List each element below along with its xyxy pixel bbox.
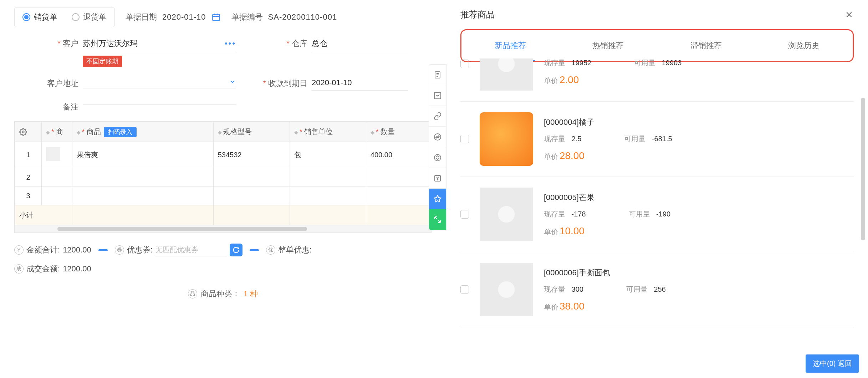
coupon-input[interactable]: 无匹配优惠券 [155, 244, 227, 256]
doc-date-field: 单据日期 2020-01-10 [126, 12, 221, 22]
price-value: 10.00 [560, 225, 584, 236]
cell-spec[interactable]: 534532 [213, 142, 290, 168]
product-name: [0000005]芒果 [544, 192, 854, 203]
tab-new-recommend[interactable]: 新品推荐 [461, 30, 559, 61]
col-product[interactable]: ◆* 商品扫码录入 [72, 122, 213, 142]
due-date-input[interactable]: 2020-01-10 [312, 76, 408, 91]
row-index: 1 [15, 142, 42, 168]
sort-icon: ◆ [371, 131, 374, 134]
due-date-label: 收款到期日 [257, 76, 307, 89]
coupon-field: 券 优惠券: 无匹配优惠券 [115, 244, 242, 256]
order-discount: 优 整单优惠: [266, 245, 312, 255]
tab-return-label: 退货单 [83, 12, 107, 22]
sort-icon: ◆ [218, 131, 222, 134]
warehouse-value: 总仓 [312, 38, 327, 49]
col-unit[interactable]: ◆* 销售单位 [290, 122, 366, 142]
avail-value: 19903 [662, 59, 682, 67]
deal-value: 1200.00 [63, 264, 91, 274]
gear-column-header[interactable] [15, 122, 42, 142]
account-period-badge: 不固定账期 [83, 56, 122, 67]
link-icon[interactable] [429, 106, 446, 127]
product-list[interactable]: 250ml 现存量 19952 可用量 19903 单价 2.00 [00000… [446, 58, 868, 349]
tab-hot-recommend[interactable]: 热销推荐 [559, 30, 657, 61]
yen-icon: ¥ [14, 245, 24, 255]
svg-point-8 [498, 206, 515, 223]
sort-icon: ◆ [294, 131, 298, 134]
customer-input[interactable]: 苏州万达沃尔玛 ••• [83, 36, 236, 52]
vertical-scrollbar[interactable] [861, 98, 865, 240]
table-row[interactable]: 1 果倍爽 534532 包 400.00 [15, 142, 432, 168]
tab-slow-recommend[interactable]: 滞销推荐 [657, 30, 755, 61]
product-name: [0000006]手撕面包 [544, 267, 854, 278]
col-image[interactable]: ◆* 商 [41, 122, 72, 142]
sort-icon: ◆ [77, 131, 81, 134]
chart-icon[interactable] [429, 85, 446, 106]
deal-icon: 成 [14, 264, 24, 274]
receipt-icon[interactable] [429, 147, 446, 168]
table-row[interactable]: 3 [15, 187, 432, 205]
stock-value: 300 [572, 285, 583, 293]
star-icon[interactable] [429, 189, 446, 209]
kind-icon: 品 [188, 289, 197, 298]
stock-value: 2.5 [572, 135, 582, 143]
gear-icon [19, 128, 37, 136]
chevron-down-icon[interactable] [229, 78, 236, 85]
cell-qty[interactable]: 400.00 [366, 142, 432, 168]
recommend-tabs: 新品推荐 热销推荐 滞销推荐 浏览历史 [460, 29, 854, 62]
tab-sales-label: 销货单 [34, 12, 57, 22]
note-icon[interactable] [429, 65, 446, 85]
refresh-button[interactable] [230, 244, 242, 256]
tab-sales-order[interactable]: 销货单 [22, 12, 57, 22]
svg-point-5 [434, 154, 441, 161]
product-checkbox[interactable] [460, 135, 469, 143]
price-value: 28.00 [560, 150, 584, 161]
tab-return-order[interactable]: 退货单 [72, 12, 107, 22]
cell-unit[interactable]: 包 [290, 142, 366, 168]
product-checkbox[interactable] [460, 210, 469, 219]
swap-icon[interactable] [429, 127, 446, 147]
product-checkbox[interactable] [460, 285, 469, 294]
product-item: 250ml 现存量 19952 可用量 19903 单价 2.00 [460, 58, 854, 102]
side-tool-strip [429, 64, 446, 230]
product-checkbox[interactable] [460, 60, 469, 68]
doc-no-field: 单据编号 SA-20200110-001 [231, 12, 337, 22]
price-value: 2.00 [560, 74, 579, 85]
product-image [480, 58, 533, 91]
items-table: ◆* 商 ◆* 商品扫码录入 ◆规格型号 ◆* 销售单位 ◆* 数量 1 果倍爽… [14, 121, 432, 233]
address-input[interactable] [83, 76, 236, 88]
avail-value: -190 [656, 210, 670, 218]
coupon-icon: 券 [115, 245, 124, 255]
cell-product[interactable]: 果倍爽 [72, 142, 213, 168]
order-type-tabs: 销货单 退货单 [14, 7, 115, 27]
dash-icon [250, 249, 259, 251]
svg-rect-0 [213, 14, 220, 20]
product-thumb [46, 147, 60, 161]
col-qty[interactable]: ◆* 数量 [366, 122, 432, 142]
doc-date-value[interactable]: 2020-01-10 [162, 12, 206, 22]
address-label: 客户地址 [14, 76, 78, 89]
more-dots-icon[interactable]: ••• [225, 39, 236, 48]
calendar-icon[interactable] [211, 12, 221, 22]
product-item: [0000004]橘子 现存量 2.5 可用量 -681.5 单价 28.00 [460, 102, 854, 177]
col-spec[interactable]: ◆规格型号 [213, 122, 290, 142]
product-image [480, 188, 533, 241]
product-item: [0000005]芒果 现存量 -178 可用量 -190 单价 10.00 [460, 177, 854, 252]
subtotal-row: 小计 [15, 205, 432, 225]
svg-point-9 [498, 281, 515, 298]
remark-label: 备注 [14, 99, 78, 112]
table-row[interactable]: 2 [15, 168, 432, 187]
close-icon[interactable] [844, 10, 854, 19]
expand-icon[interactable] [429, 209, 446, 230]
subtotal-label: 小计 [15, 205, 72, 225]
scan-input-button[interactable]: 扫码录入 [104, 127, 137, 137]
currency-icon[interactable] [429, 168, 446, 189]
svg-point-1 [22, 131, 24, 133]
price-value: 38.00 [560, 301, 584, 312]
horizontal-scrollbar[interactable] [15, 225, 431, 233]
radio-dot-icon [22, 13, 30, 21]
product-image [480, 263, 533, 316]
tab-browse-history[interactable]: 浏览历史 [755, 30, 853, 61]
remark-input[interactable] [83, 99, 236, 105]
warehouse-input[interactable]: 总仓 [312, 36, 408, 52]
selected-return-button[interactable]: 选中(0) 返回 [806, 354, 859, 373]
